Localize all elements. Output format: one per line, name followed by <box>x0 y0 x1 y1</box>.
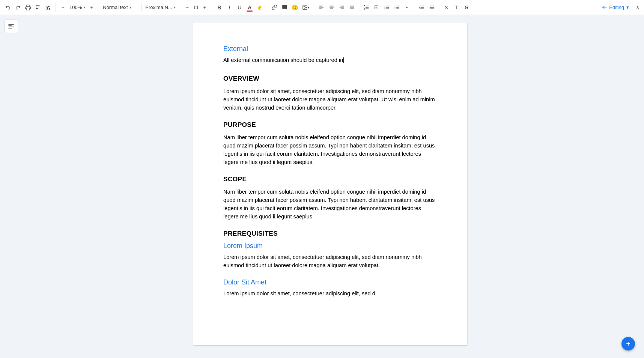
sidebar <box>0 15 23 358</box>
font-size-increase-button[interactable]: + <box>200 2 209 13</box>
external-body: All external communication should be cap… <box>223 56 437 64</box>
add-button[interactable]: + <box>621 337 635 350</box>
sep4 <box>180 3 180 12</box>
editing-mode-button[interactable]: ✏ Editing ▾ <box>599 2 632 13</box>
sep10 <box>439 3 439 12</box>
line-spacing-button[interactable] <box>361 2 371 13</box>
redo-button[interactable] <box>13 2 23 13</box>
paint-format-button[interactable] <box>33 2 43 13</box>
sep8 <box>359 3 359 12</box>
section-purpose: PURPOSE Nam liber tempor cum soluta nobi… <box>223 121 437 166</box>
scroll-area[interactable]: External All external communication shou… <box>23 15 638 358</box>
lorem-ipsum-body: Lorem ipsum dolor sit amet, consectetuer… <box>223 253 437 269</box>
prerequisites-heading: PREREQUISITES <box>223 230 437 238</box>
dolor-sit-amet-body: Lorem ipsum dolor sit amet, consectetuer… <box>223 289 437 298</box>
bullet-list-button[interactable] <box>392 2 402 13</box>
svg-point-31 <box>394 6 395 6</box>
increase-indent-button[interactable] <box>427 2 436 13</box>
purpose-body: Nam liber tempor cum soluta nobis eleife… <box>223 133 437 166</box>
subsection-lorem-ipsum: Lorem Ipsum Lorem ipsum dolor sit amet, … <box>223 242 437 269</box>
font-size-value: 11 <box>192 5 200 10</box>
section-external: External All external communication shou… <box>223 45 437 64</box>
text-format-group: B I U A <box>214 2 265 13</box>
right-panel <box>638 15 644 358</box>
toolbar: − 100% ▾ + Normal text ▾ Proxima N... ▾ … <box>0 0 644 15</box>
svg-point-33 <box>394 8 395 9</box>
document-page[interactable]: External All external communication shou… <box>193 23 467 345</box>
bold-button[interactable]: B <box>214 2 224 13</box>
align-center-button[interactable] <box>327 2 336 13</box>
alignment-group <box>316 2 357 13</box>
font-name-caret-icon: ▾ <box>174 5 176 9</box>
zoom-value: 100% <box>69 5 82 10</box>
text-cursor <box>343 57 344 63</box>
lorem-ipsum-heading: Lorem Ipsum <box>223 242 437 250</box>
external-body-text: All external communication should be cap… <box>223 57 343 63</box>
undo-button[interactable] <box>3 2 13 13</box>
decrease-indent-button[interactable] <box>417 2 426 13</box>
sep5 <box>212 3 212 12</box>
sep6 <box>267 3 267 12</box>
link-button[interactable] <box>269 2 279 13</box>
zoom-dropdown[interactable]: 100% ▾ <box>68 2 87 13</box>
zoom-in-button[interactable]: + <box>87 2 96 13</box>
purpose-heading: PURPOSE <box>223 121 437 129</box>
overview-body: Lorem ipsum dolor sit amet, consectetuer… <box>223 87 437 112</box>
font-size-decrease-button[interactable]: − <box>182 2 192 13</box>
editing-pencil-icon: ✏ <box>602 5 607 11</box>
svg-point-2 <box>304 6 305 7</box>
section-overview: OVERVIEW Lorem ipsum dolor sit amet, con… <box>223 75 437 112</box>
numbered-list-button[interactable]: 123 <box>382 2 391 13</box>
insert-group: 🙂 ▾ <box>269 2 311 13</box>
font-size-group: − 11 + <box>182 2 209 13</box>
clear-formatting-button[interactable]: ✕ <box>441 2 451 13</box>
highlight-button[interactable] <box>255 2 265 13</box>
strikethrough-button[interactable]: S <box>462 2 471 13</box>
svg-rect-0 <box>27 8 30 10</box>
comment-button[interactable] <box>280 2 289 13</box>
emoji-button[interactable]: 🙂 <box>290 2 300 13</box>
text-color-button[interactable]: A <box>245 2 254 13</box>
italic-button[interactable]: I <box>224 2 234 13</box>
print-button[interactable] <box>23 2 33 13</box>
overview-heading: OVERVIEW <box>223 75 437 83</box>
scope-heading: SCOPE <box>223 175 437 183</box>
add-icon: + <box>626 340 630 348</box>
format-clear-button[interactable] <box>44 2 53 13</box>
editing-mode-label: Editing <box>609 5 624 10</box>
section-prerequisites: PREREQUISITES Lorem Ipsum Lorem ipsum do… <box>223 230 437 298</box>
align-right-button[interactable] <box>337 2 346 13</box>
main-area: External All external communication shou… <box>0 15 644 358</box>
indent-group <box>417 2 436 13</box>
list-options-button[interactable]: ▾ <box>402 2 412 13</box>
svg-point-32 <box>394 7 395 8</box>
subsection-dolor-sit-amet: Dolor Sit Amet Lorem ipsum dolor sit ame… <box>223 278 437 298</box>
font-name-label: Proxima N... <box>145 5 172 10</box>
paragraph-style-caret-icon: ▾ <box>129 5 131 9</box>
zoom-out-button[interactable]: − <box>58 2 68 13</box>
font-name-dropdown[interactable]: Proxima N... ▾ <box>144 2 178 13</box>
external-heading: External <box>223 45 437 53</box>
section-scope: SCOPE Nam liber tempor cum soluta nobis … <box>223 175 437 221</box>
align-justify-button[interactable] <box>347 2 357 13</box>
align-left-button[interactable] <box>316 2 326 13</box>
insert-mode-button[interactable]: T̲ <box>451 2 461 13</box>
zoom-group: − 100% ▾ + <box>58 2 96 13</box>
dolor-sit-amet-heading: Dolor Sit Amet <box>223 278 437 286</box>
underline-button[interactable]: U <box>235 2 244 13</box>
sep9 <box>414 3 414 12</box>
editing-mode-caret-icon: ▾ <box>626 5 629 10</box>
spacing-list-group: ☑ 123 ▾ <box>361 2 412 13</box>
collapse-toolbar-button[interactable]: ∧ <box>634 3 641 12</box>
svg-text:3: 3 <box>384 8 385 10</box>
mode-group: ✕ T̲ S <box>441 2 471 13</box>
sep3 <box>141 3 141 12</box>
sep7 <box>314 3 314 12</box>
history-group <box>3 2 53 13</box>
image-button[interactable]: ▾ <box>300 2 311 13</box>
checklist-button[interactable]: ☑ <box>372 2 381 13</box>
document-outline-button[interactable] <box>5 20 18 33</box>
zoom-caret-icon: ▾ <box>83 5 85 9</box>
paragraph-style-dropdown[interactable]: Normal text ▾ <box>101 2 139 13</box>
scope-body: Nam liber tempor cum soluta nobis eleife… <box>223 188 437 221</box>
